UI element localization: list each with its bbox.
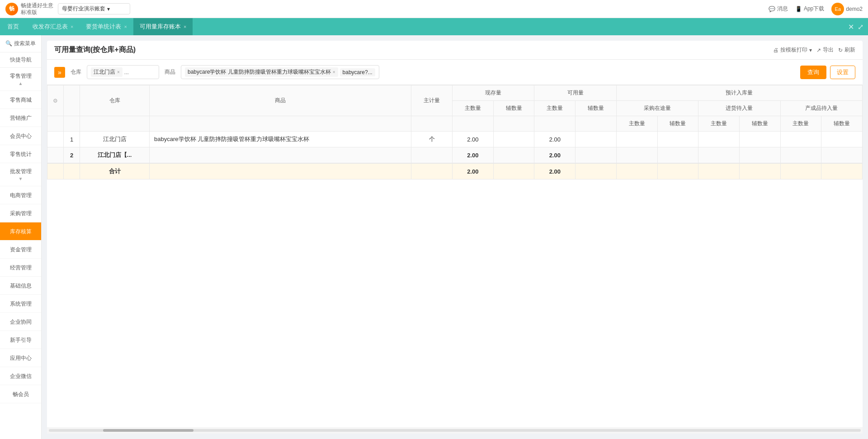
product-input[interactable]: babycare学饮杯 儿童防摔防撞吸管杯重力球吸嘴杯宝宝水杯 × babyca… <box>181 65 379 79</box>
sidebar-item-marketing[interactable]: 营销推广 <box>0 109 41 127</box>
th-sub-inbound-aux: 辅数量 <box>739 116 780 132</box>
sidebar-item-wechat[interactable]: 企业微信 <box>0 367 41 385</box>
app-download-btn[interactable]: 📱 App下载 <box>795 5 824 13</box>
td-unit-1: 个 <box>411 132 453 147</box>
td-product-1: babycare学饮杯 儿童防摔防撞吸管杯重力球吸嘴杯宝宝水杯 <box>150 132 411 147</box>
content-area: 可用量查询(按仓库+商品) 🖨 按模板打印 ▾ ↗ 导出 ↻ 刷新 <box>42 35 868 439</box>
sidebar-ecommerce-label: 电商管理 <box>10 192 32 199</box>
td-product-main-2 <box>780 147 821 164</box>
message-btn[interactable]: 💬 消息 <box>769 5 788 13</box>
sidebar-item-new-guide[interactable]: 新手引导 <box>0 331 41 349</box>
chevron-down-icon: ▾ <box>107 6 110 12</box>
sidebar-item-enterprise[interactable]: 企业协同 <box>0 313 41 331</box>
avatar: Ea <box>831 3 844 15</box>
th-sub-product-aux: 辅数量 <box>821 116 863 132</box>
th-sub-avail-main <box>534 116 576 132</box>
export-btn[interactable]: ↗ 导出 <box>816 46 834 54</box>
tab-close-all-btn[interactable]: ✕ <box>848 23 854 31</box>
warehouse-tag-close[interactable]: × <box>117 70 120 75</box>
user-area[interactable]: Ea demo2 <box>831 3 863 15</box>
sidebar-app-center-label: 应用中心 <box>10 354 32 362</box>
sidebar-item-ops[interactable]: 经营管理 <box>0 259 41 277</box>
query-btn[interactable]: 查询 <box>800 66 826 79</box>
export-icon: ↗ <box>816 47 821 53</box>
sidebar-item-inventory[interactable]: 库存核算 <box>0 222 41 241</box>
sidebar-quick-nav[interactable]: 快捷导航 <box>0 52 41 68</box>
td-total-product <box>150 163 411 179</box>
refresh-btn[interactable]: ↻ 刷新 <box>838 46 855 54</box>
td-warehouse-2: 江北门店【... <box>80 147 150 164</box>
tab-available-stock[interactable]: 可用量库存账本 × <box>133 18 193 35</box>
td-inbound-aux-2 <box>739 147 780 164</box>
td-total-avail-main: 2.00 <box>534 163 576 179</box>
sidebar-purchase-label: 采购管理 <box>10 210 32 217</box>
sidebar-item-member-center[interactable]: 会员中心 <box>0 127 41 145</box>
sidebar-item-retail-stats[interactable]: 零售统计 <box>0 145 41 163</box>
search-icon: 🔍 <box>5 40 12 47</box>
tab-available-stock-close[interactable]: × <box>184 24 186 29</box>
horizontal-scrollbar[interactable] <box>47 427 863 434</box>
expand-filter-btn[interactable]: » <box>54 67 65 78</box>
logo-area: 畅 畅捷通好生意 标准版 <box>5 2 53 15</box>
td-inbound-main-2 <box>698 147 740 164</box>
sidebar-item-basic[interactable]: 基础信息 <box>0 277 41 295</box>
tab-receive-send-close[interactable]: × <box>71 24 73 29</box>
sidebar-inventory-label: 库存核算 <box>10 228 32 236</box>
td-avail-aux-1 <box>576 132 617 147</box>
sidebar-item-app-center[interactable]: 应用中心 <box>0 349 41 367</box>
product-tag1-close[interactable]: × <box>333 70 335 75</box>
sidebar-wechat-label: 企业微信 <box>10 373 32 380</box>
print-btn[interactable]: 🖨 按模板打印 ▾ <box>773 46 812 54</box>
sidebar-wholesale-mgmt-label: 批发管理 <box>10 168 32 175</box>
tab-receive-send[interactable]: 收发存汇总表 × <box>26 18 80 35</box>
tab-order-stats[interactable]: 要货单统计表 × <box>80 18 133 35</box>
sidebar-item-system[interactable]: 系统管理 <box>0 295 41 313</box>
industry-selector[interactable]: 母婴行业演示账套 ▾ <box>58 3 130 14</box>
sidebar-item-wholesale-mgmt[interactable]: 批发管理 ▼ <box>0 163 41 186</box>
logo-text: 畅捷通好生意 标准版 <box>21 2 53 15</box>
sidebar-search[interactable]: 🔍 搜索菜单 <box>0 35 41 52</box>
td-total-no <box>64 163 80 179</box>
sidebar-item-retail-mgmt[interactable]: 零售管理 ▲ <box>0 68 41 91</box>
td-total-label: 合计 <box>80 163 150 179</box>
th-sub-purchase-aux: 辅数量 <box>657 116 698 132</box>
sidebar-retail-stats-label: 零售统计 <box>10 151 32 158</box>
td-avail-main-2: 2.00 <box>534 147 576 164</box>
td-purchase-aux-1 <box>657 132 698 147</box>
sidebar-member-center-label: 会员中心 <box>10 132 32 140</box>
td-inbound-aux-1 <box>739 132 780 147</box>
td-total-purchase-main <box>616 163 657 179</box>
th-sub-current-main <box>453 116 494 132</box>
sidebar-new-guide-label: 新手引导 <box>10 336 32 344</box>
tab-home[interactable]: 首页 <box>0 18 26 35</box>
sidebar-item-retail-mall[interactable]: 零售商城 <box>0 91 41 109</box>
settings-icon[interactable]: ⚙ <box>53 98 58 104</box>
th-current-main: 主数量 <box>453 101 494 116</box>
td-purchase-aux-2 <box>657 147 698 164</box>
th-sub-unit <box>411 116 453 132</box>
page-title: 可用量查询(按仓库+商品) <box>54 45 136 55</box>
warehouse-input[interactable]: 江北门店 × ... <box>87 65 159 79</box>
settings-btn[interactable]: 设置 <box>830 66 855 79</box>
top-bar-left: 畅 畅捷通好生意 标准版 母婴行业演示账套 ▾ <box>5 2 130 15</box>
th-warehouse: 仓库 <box>80 85 150 116</box>
main-layout: 🔍 搜索菜单 快捷导航 零售管理 ▲ 零售商城 营销推广 会员中心 零售统计 批… <box>0 35 868 439</box>
td-total-purchase-aux <box>657 163 698 179</box>
th-settings[interactable]: ⚙ <box>47 85 64 116</box>
th-sub-inbound-main: 主数量 <box>698 116 740 132</box>
product-tag2: babycare?... <box>340 68 375 76</box>
sidebar-item-finance[interactable]: 资金管理 <box>0 241 41 259</box>
th-avail-main: 主数量 <box>534 101 576 116</box>
warehouse-more[interactable]: ... <box>124 69 129 76</box>
sidebar-item-purchase[interactable]: 采购管理 <box>0 204 41 222</box>
th-sub-product <box>150 116 411 132</box>
tab-order-stats-close[interactable]: × <box>124 24 127 29</box>
sidebar-item-member[interactable]: 畅会员 <box>0 385 41 403</box>
scroll-thumb[interactable] <box>103 429 193 432</box>
th-sub-warehouse <box>80 116 150 132</box>
download-icon: 📱 <box>795 6 802 12</box>
td-total-current-aux <box>493 163 534 179</box>
sidebar-item-ecommerce[interactable]: 电商管理 <box>0 186 41 204</box>
chevron-down-icon-wholesale: ▼ <box>19 176 23 181</box>
tab-expand-btn[interactable]: ⤢ <box>858 23 863 31</box>
